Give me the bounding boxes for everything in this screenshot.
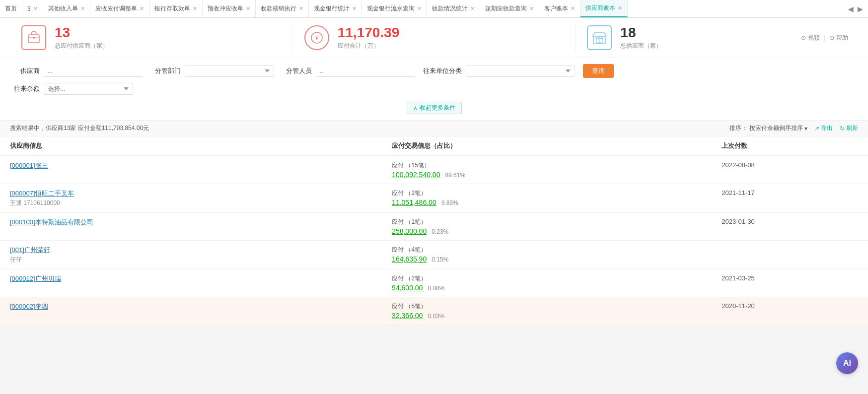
tx-amount[interactable]: 11,051,486.00 (392, 198, 436, 206)
tab-bank-deposit[interactable]: 银行存取款单 ✕ (149, 0, 203, 17)
col-supplier-info: 供应商信息 (0, 136, 382, 156)
tx-percent: 9.89% (441, 199, 458, 206)
close-icon[interactable]: ✕ (352, 5, 357, 12)
tx-label: 应付 （2笔） (392, 189, 702, 197)
close-icon[interactable]: ✕ (33, 5, 38, 12)
unit-class-field: 往来单位分类 (423, 65, 575, 77)
stat-total-info: 11,170.39 应付合计（万） (338, 25, 400, 51)
supplier-link[interactable]: [000100]本特勤油品有限公司 (10, 218, 93, 226)
table-row: [001]广州荣轩仔仔应付 （4笔）164,635.900.15% (0, 241, 868, 269)
tab-other-income[interactable]: 其他收入单 ✕ (43, 0, 90, 17)
supplier-link[interactable]: [000002]李四 (10, 303, 48, 310)
tab-ar-ap-adjust[interactable]: 应收应付调整单 ✕ (90, 0, 149, 17)
col-tx-info: 应付交易信息（占比） (382, 136, 712, 156)
supplier-input[interactable] (44, 66, 143, 77)
collapse-button[interactable]: ∧ 收起更多条件 (407, 102, 462, 114)
unit-class-select[interactable] (466, 65, 575, 77)
close-icon[interactable]: ✕ (193, 5, 197, 12)
last-payment-cell (712, 241, 868, 269)
top-navigation: 首页 3 ✕ 其他收入单 ✕ 应收应付调整单 ✕ 银行存取款单 ✕ 预收冲应收单… (0, 0, 868, 18)
stat-help: ⊙ 视频 | ⊙ 帮助 (801, 34, 848, 42)
dept-field: 分管部门 (151, 65, 274, 77)
export-button[interactable]: ↗ 导出 (814, 124, 833, 132)
stats-bar: 13 总应付供应商（家） ¥ 11,170.39 应付合计（万） (0, 18, 868, 58)
stat-payable-total: ¥ 11,170.39 应付合计（万） (293, 24, 576, 52)
nav-prev-arrow[interactable]: ◀ (846, 5, 856, 13)
supplier-link[interactable]: [001]广州荣轩 (10, 246, 50, 254)
table-row: [000012]广州贝瑞应付 （2笔）94,600.000.08%2021-03… (0, 269, 868, 297)
person-input[interactable] (316, 66, 415, 77)
help-link[interactable]: 帮助 (836, 34, 848, 42)
person-label: 分管人员 (282, 66, 312, 75)
tx-amount[interactable]: 94,600.00 (392, 284, 423, 292)
tx-amount[interactable]: 164,635.90 (392, 255, 427, 263)
result-summary: 搜索结果中，供应商13家 应付金额111,703,854.00元 (10, 124, 149, 132)
tx-cell: 应付 （4笔）164,635.900.15% (382, 241, 712, 269)
sort-control: 排序： 按应付余额倒序排序 ▾ (729, 124, 807, 132)
tab-receipt-exec[interactable]: 收款核销执行 ✕ (256, 0, 309, 17)
dept-label: 分管部门 (151, 66, 181, 75)
sort-button[interactable]: 按应付余额倒序排序 ▾ (749, 124, 807, 132)
tab-supplier-ledger[interactable]: 供应商账本 ✕ (580, 0, 628, 17)
close-icon[interactable]: ✕ (80, 5, 85, 12)
last-payment-cell: 2023-01-30 (712, 213, 868, 241)
dept-select[interactable] (185, 65, 274, 77)
tab-receipt-stat[interactable]: 收款情况统计 ✕ (427, 0, 480, 17)
nav-arrows: ◀ ▶ (843, 5, 868, 13)
stat-payable-info: 13 总应付供应商（家） (55, 25, 108, 51)
supplier-cell: [000001]张三 (0, 156, 382, 184)
supplier-link[interactable]: [000012]广州贝瑞 (10, 275, 61, 282)
close-icon[interactable]: ✕ (299, 5, 303, 12)
refresh-button[interactable]: ↻ 刷新 (840, 124, 858, 132)
close-icon[interactable]: ✕ (470, 5, 475, 12)
money-icon: ¥ (303, 24, 331, 52)
collapse-bar: ∧ 收起更多条件 (10, 100, 858, 114)
search-button[interactable]: 查询 (583, 64, 614, 78)
tab-home[interactable]: 首页 (0, 0, 22, 17)
supplier-label: 供应商 (10, 66, 40, 75)
refresh-icon: ↻ (840, 125, 845, 132)
tx-amount[interactable]: 258,000.00 (392, 227, 427, 235)
table-container: 供应商信息 应付交易信息（占比） 上次付数 [000001]张三应付 （15笔）… (0, 136, 868, 325)
close-icon[interactable]: ✕ (246, 5, 250, 12)
tab-cash-bank-flow[interactable]: 现金银行流水查询 ✕ (362, 0, 427, 17)
supplier-cell: [000007]恒旺二手叉车王通 17106110000 (0, 184, 382, 213)
tx-label: 应付 （5笔） (392, 302, 702, 311)
tab-advance-offset[interactable]: 预收冲应收单 ✕ (203, 0, 256, 17)
chevron-up-icon: ∧ (413, 105, 418, 112)
close-icon[interactable]: ✕ (417, 5, 422, 12)
stat-all-number: 18 (620, 25, 662, 41)
stat-payable-number: 13 (55, 25, 108, 41)
tx-label: 应付 （15笔） (392, 161, 702, 170)
tx-amount[interactable]: 100,092,540.00 (392, 171, 440, 179)
tab-overdue-ar[interactable]: 超期应收款查询 ✕ (480, 0, 539, 17)
tx-label: 应付 （2笔） (392, 274, 702, 283)
video-link[interactable]: 视频 (808, 34, 820, 42)
balance-label: 往来余额 (10, 84, 40, 93)
stat-total-number: 11,170.39 (338, 25, 400, 41)
tab-customer-ledger[interactable]: 客户账本 ✕ (539, 0, 580, 17)
result-actions: 排序： 按应付余额倒序排序 ▾ ↗ 导出 ↻ 刷新 (729, 124, 858, 132)
nav-next-arrow[interactable]: ▶ (856, 5, 865, 13)
table-header: 供应商信息 应付交易信息（占比） 上次付数 (0, 136, 868, 156)
close-icon[interactable]: ✕ (529, 5, 534, 12)
table-row: [000001]张三应付 （15笔）100,092,540.0089.61%20… (0, 156, 868, 184)
stat-all-info: 18 总供应商（家） (620, 25, 662, 51)
tx-cell: 应付 （1笔）258,000.000.23% (382, 213, 712, 241)
tab-cash-bank-stat[interactable]: 现金银行统计 ✕ (309, 0, 362, 17)
stat-all-suppliers: 18 总供应商（家） ⊙ 视频 | ⊙ 帮助 (576, 24, 858, 52)
supplier-link[interactable]: [000001]张三 (10, 162, 48, 169)
tx-amount[interactable]: 32,366.00 (392, 312, 423, 320)
person-field: 分管人员 (282, 66, 415, 77)
tx-percent: 0.15% (432, 256, 448, 263)
balance-select[interactable]: 选择... (44, 83, 133, 95)
tx-cell: 应付 （2笔）94,600.000.08% (382, 269, 712, 297)
result-bar: 搜索结果中，供应商13家 应付金额111,703,854.00元 排序： 按应付… (0, 121, 868, 136)
close-icon[interactable]: ✕ (140, 5, 144, 12)
close-icon[interactable]: ✕ (571, 5, 575, 12)
tx-percent: 0.08% (428, 285, 444, 292)
supplier-link[interactable]: [000007]恒旺二手叉车 (10, 190, 74, 197)
sort-label: 排序： (729, 124, 747, 132)
close-icon[interactable]: ✕ (618, 5, 622, 11)
tab-3[interactable]: 3 ✕ (22, 0, 43, 17)
